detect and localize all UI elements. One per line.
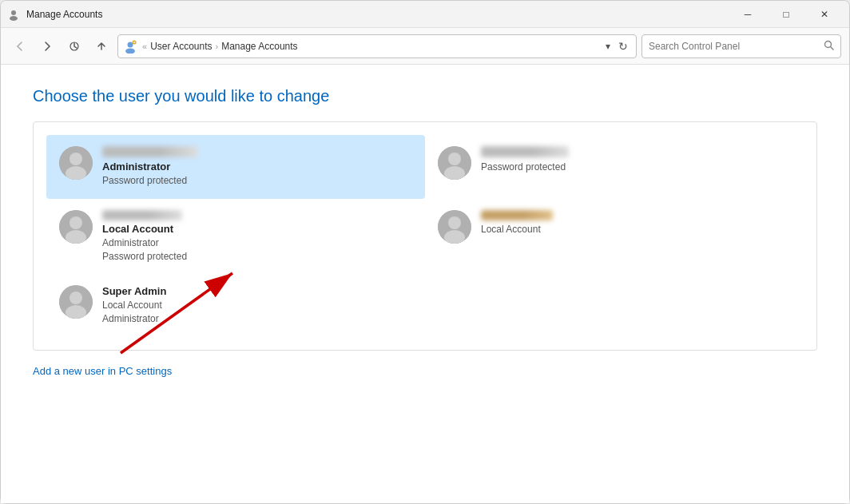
svg-line-7 bbox=[831, 46, 834, 50]
address-bar: « User Accounts › Manage Accounts ▾ ↻ bbox=[117, 34, 637, 58]
account-name-superadmin: Super Admin bbox=[102, 285, 412, 297]
add-user-link[interactable]: Add a new user in PC settings bbox=[33, 365, 172, 377]
up-button[interactable] bbox=[90, 35, 113, 58]
account-item-superadmin[interactable]: Super Admin Local Account Administrator bbox=[46, 274, 425, 337]
account-info-superadmin: Super Admin Local Account Administrator bbox=[102, 285, 412, 326]
account-name-blur-user4 bbox=[481, 210, 553, 220]
search-icon-button[interactable] bbox=[824, 40, 834, 53]
account-detail-admin1: Password protected bbox=[102, 174, 412, 188]
breadcrumb-user-accounts[interactable]: User Accounts bbox=[150, 41, 212, 52]
svg-point-4 bbox=[125, 48, 135, 54]
accounts-panel: Administrator Password protected bbox=[33, 121, 817, 351]
account-name-blur-user2 bbox=[481, 146, 569, 157]
forward-button[interactable] bbox=[36, 35, 58, 58]
accounts-container: Administrator Password protected bbox=[33, 121, 817, 351]
refresh-button[interactable]: ↻ bbox=[615, 40, 631, 53]
svg-point-21 bbox=[70, 292, 82, 304]
account-avatar-superadmin bbox=[59, 285, 93, 319]
account-detail-user4: Local Account bbox=[481, 223, 791, 236]
address-dropdown-button[interactable]: ▾ bbox=[604, 41, 612, 52]
account-avatar-user4 bbox=[438, 210, 471, 244]
breadcrumb-path: « User Accounts › Manage Accounts bbox=[141, 41, 601, 52]
account-avatar-admin1 bbox=[59, 146, 93, 180]
account-name-blur-admin1 bbox=[102, 146, 198, 157]
account-name-blur-localaccount bbox=[102, 210, 182, 220]
account-item-user2[interactable]: Password protected bbox=[425, 135, 804, 199]
main-window: Manage Accounts ─ □ ✕ bbox=[0, 0, 850, 504]
main-content: Choose the user you would like to change bbox=[1, 65, 849, 503]
svg-point-0 bbox=[11, 10, 16, 15]
svg-point-18 bbox=[448, 216, 461, 229]
avatar-circle-user2 bbox=[438, 146, 471, 180]
search-input[interactable] bbox=[649, 41, 819, 52]
close-button[interactable]: ✕ bbox=[806, 1, 843, 28]
bottom-link-area: Add a new user in PC settings bbox=[33, 363, 817, 378]
account-info-admin1: Administrator Password protected bbox=[102, 146, 412, 188]
address-bar-icon bbox=[123, 39, 137, 54]
title-bar-left: Manage Accounts bbox=[7, 8, 102, 21]
account-name-admin1: Administrator bbox=[102, 161, 412, 173]
window-icon bbox=[7, 8, 20, 21]
svg-point-3 bbox=[128, 42, 133, 47]
maximize-button[interactable]: □ bbox=[768, 1, 804, 28]
minimize-button[interactable]: ─ bbox=[729, 1, 766, 28]
account-name-localaccount: Local Account bbox=[102, 223, 412, 235]
recent-locations-button[interactable] bbox=[63, 35, 85, 58]
avatar-circle-localaccount bbox=[59, 210, 93, 244]
account-detail-localaccount-2: Password protected bbox=[102, 250, 412, 264]
account-detail-superadmin-2: Administrator bbox=[102, 312, 412, 326]
svg-point-15 bbox=[70, 216, 82, 229]
account-detail-superadmin-1: Local Account bbox=[102, 299, 412, 312]
account-item-localaccount[interactable]: Local Account Administrator Password pro… bbox=[46, 199, 425, 275]
nav-bar: « User Accounts › Manage Accounts ▾ ↻ bbox=[1, 28, 849, 65]
search-box bbox=[641, 34, 841, 58]
breadcrumb-manage-accounts[interactable]: Manage Accounts bbox=[221, 41, 297, 52]
svg-point-12 bbox=[448, 153, 461, 165]
avatar-circle-superadmin bbox=[59, 285, 93, 319]
account-info-localaccount: Local Account Administrator Password pro… bbox=[102, 210, 412, 264]
svg-point-9 bbox=[70, 153, 82, 165]
back-button[interactable] bbox=[9, 35, 31, 58]
title-bar-controls: ─ □ ✕ bbox=[729, 1, 843, 28]
account-avatar-user2 bbox=[438, 146, 471, 180]
title-bar: Manage Accounts ─ □ ✕ bbox=[1, 1, 849, 28]
account-item-admin1[interactable]: Administrator Password protected bbox=[46, 135, 425, 199]
account-detail-user2: Password protected bbox=[481, 161, 791, 174]
avatar-circle-user4 bbox=[438, 210, 471, 244]
account-item-user4[interactable]: Local Account bbox=[425, 199, 804, 275]
svg-point-1 bbox=[10, 16, 18, 21]
account-info-user4: Local Account bbox=[481, 210, 791, 236]
page-title: Choose the user you would like to change bbox=[33, 87, 817, 105]
account-avatar-localaccount bbox=[59, 210, 93, 244]
avatar-circle-admin1 bbox=[59, 146, 93, 180]
account-info-user2: Password protected bbox=[481, 146, 791, 174]
window-title: Manage Accounts bbox=[26, 9, 102, 20]
account-detail-localaccount-1: Administrator bbox=[102, 236, 412, 250]
